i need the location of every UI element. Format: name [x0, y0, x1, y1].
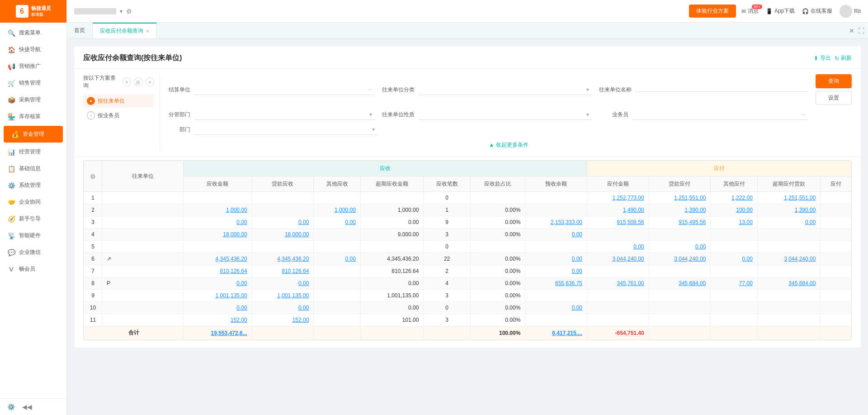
table-cell[interactable]: 1,000.00 — [314, 204, 361, 216]
table-cell[interactable]: 3,044,240.00 — [649, 253, 711, 265]
table-cell[interactable]: 655,636.75 — [525, 277, 587, 290]
maximize-icon[interactable]: ⛶ — [858, 27, 864, 34]
add-scheme-icon[interactable]: + — [123, 77, 131, 86]
sidebar-item-member[interactable]: V 畅会员 — [0, 261, 66, 277]
promo-button[interactable]: 体验行业方案 — [689, 5, 736, 18]
salesperson-input[interactable]: ··· — [632, 110, 808, 120]
table-cell[interactable]: 77.00 — [711, 277, 758, 290]
table-cell[interactable]: 2,153,333.00 — [525, 216, 587, 229]
table-cell[interactable]: 0.00 — [184, 277, 252, 290]
sidebar-item-guide[interactable]: 🧭 新手引导 — [0, 210, 66, 227]
table-cell[interactable]: 0.00 — [252, 302, 314, 314]
table-cell[interactable]: 0.00 — [314, 253, 361, 265]
table-cell[interactable]: 0.00 — [252, 277, 314, 290]
table-cell[interactable]: 0.00 — [525, 265, 587, 277]
sidebar-item-nav[interactable]: 🏠 快捷导航 — [0, 41, 66, 58]
footer-ys-prepay[interactable]: 6,417,215.... — [525, 326, 587, 340]
table-cell[interactable]: 18,000.00 — [252, 229, 314, 241]
table-cell[interactable]: 0.00 — [525, 253, 587, 265]
table-cell[interactable]: 0.00 — [525, 302, 587, 314]
jiesuan-input[interactable]: ··· — [194, 85, 375, 95]
sidebar-item-basic[interactable]: 📋 基础信息 — [0, 160, 66, 177]
table-cell[interactable]: 0.00 — [711, 253, 758, 265]
query-button[interactable]: 查询 — [816, 74, 852, 88]
panel-item-salesperson[interactable]: ○ 按业务员 — [83, 109, 154, 122]
sidebar-item-operation[interactable]: 📊 经营管理 — [0, 143, 66, 160]
table-cell[interactable]: 345,684.00 — [649, 277, 711, 290]
table-cell[interactable]: 345,761.00 — [587, 277, 649, 290]
table-cell[interactable]: 1,390.00 — [649, 204, 711, 216]
app-download-item[interactable]: 📱 App下载 — [766, 7, 795, 15]
table-cell: 0.00% — [470, 253, 525, 265]
tab-home[interactable]: 首页 — [67, 23, 93, 38]
table-cell — [184, 192, 252, 204]
collapse-button[interactable]: ▲ 收起更多条件 — [489, 142, 528, 148]
setting-button[interactable]: 设置 — [816, 91, 852, 105]
table-cell[interactable]: 1,390.00 — [757, 204, 821, 216]
table-settings-icon[interactable]: ⚙ — [90, 173, 96, 180]
dept-input[interactable]: ▾ — [194, 124, 377, 135]
tab-active[interactable]: 应收应付余额查询 × — [93, 23, 157, 38]
refresh-button[interactable]: ↻ 刷新 — [835, 54, 852, 62]
table-cell[interactable]: 4,345,436.20 — [252, 253, 314, 265]
table-cell[interactable]: 1,490.00 — [587, 204, 649, 216]
table-cell[interactable]: 4,345,436.20 — [184, 253, 252, 265]
table-cell[interactable]: 0.00 — [587, 241, 649, 253]
tab-close-icon[interactable]: × — [146, 28, 149, 34]
table-cell[interactable]: 1,252,773.00 — [587, 192, 649, 204]
table-cell[interactable]: 0.00 — [649, 241, 711, 253]
sidebar-item-purchase[interactable]: 📦 采购管理 — [0, 91, 66, 108]
user-area[interactable]: Rit — [840, 5, 861, 18]
table-cell[interactable]: 0.00 — [314, 216, 361, 229]
sidebar-item-search[interactable]: 🔍 搜索菜单 — [0, 24, 66, 41]
sidebar-item-marketing[interactable]: 📢 营销推广 — [0, 58, 66, 75]
settings-bottom-icon[interactable]: ⚙️ — [7, 403, 15, 410]
sidebar-item-wechat[interactable]: 💬 企业微信 — [0, 244, 66, 261]
breadcrumb-blurred — [74, 8, 116, 14]
sidebar-item-warehouse[interactable]: 🏪 库存核算 — [0, 108, 66, 125]
message-item[interactable]: ✉ 消息 99+ — [741, 7, 759, 15]
table-cell[interactable]: 0.00 — [757, 216, 821, 229]
table-cell[interactable]: 1,001,135.00 — [184, 290, 252, 302]
table-cell[interactable]: 0.00 — [184, 302, 252, 314]
table-cell[interactable]: 810,126.64 — [252, 265, 314, 277]
wanglai-name-input[interactable] — [635, 88, 808, 92]
table-cell[interactable]: 1,001,135.00 — [252, 290, 314, 302]
table-cell[interactable]: 13.00 — [711, 216, 758, 229]
online-service-item[interactable]: 🎧 在线客服 — [802, 7, 832, 15]
wanglai-nature-input[interactable]: ▾ — [418, 110, 591, 120]
table-cell[interactable]: 152.00 — [252, 314, 314, 326]
table-cell[interactable]: 1,251,551.00 — [757, 192, 821, 204]
footer-ys-total[interactable]: 19,553,472,6... — [184, 326, 252, 340]
sidebar-item-hardware[interactable]: 📡 智能硬件 — [0, 227, 66, 244]
sidebar-item-sales[interactable]: 🛒 销售管理 — [0, 75, 66, 91]
table-cell[interactable]: 810,126.64 — [184, 265, 252, 277]
sidebar-item-system[interactable]: ⚙️ 系统管理 — [0, 177, 66, 194]
table-cell[interactable]: 345,684.00 — [757, 277, 821, 290]
close-window-icon[interactable]: ✕ — [849, 27, 854, 34]
fenguan-input[interactable]: ▾ — [194, 110, 375, 120]
table-cell[interactable]: 1,251,551.00 — [649, 192, 711, 204]
chevron-down-icon[interactable]: ▾ — [120, 8, 123, 14]
sidebar-item-finance[interactable]: 💰 资金管理 — [4, 126, 63, 143]
table-cell[interactable]: 1,000.00 — [184, 204, 252, 216]
edit-scheme-icon[interactable]: ◎ — [134, 77, 142, 86]
delete-scheme-icon[interactable]: « — [146, 77, 154, 86]
table-cell[interactable]: 0.00 — [252, 216, 314, 229]
table-cell[interactable]: 1,222.00 — [711, 192, 758, 204]
table-cell[interactable]: 0.00 — [184, 216, 252, 229]
table-cell[interactable]: 100.00 — [711, 204, 758, 216]
wanglai-category-input[interactable]: ▾ — [418, 85, 591, 95]
export-button[interactable]: ⬆ 导出 — [814, 54, 831, 62]
table-cell[interactable]: 3,044,240.00 — [757, 253, 821, 265]
table-cell[interactable]: 18,000.00 — [184, 229, 252, 241]
table-cell[interactable]: 915,495.56 — [649, 216, 711, 229]
panel-item-partner[interactable]: ● 按往来单位 — [83, 94, 154, 108]
sidebar-item-corp[interactable]: 🤝 企业协同 — [0, 194, 66, 210]
table-cell[interactable]: 0.00 — [525, 229, 587, 241]
collapse-icon[interactable]: ◀◀ — [22, 403, 32, 410]
table-cell[interactable]: 3,044,240.00 — [587, 253, 649, 265]
table-cell[interactable]: 152.00 — [184, 314, 252, 326]
gear-icon[interactable]: ⚙ — [126, 8, 132, 15]
table-cell[interactable]: 915,508.56 — [587, 216, 649, 229]
